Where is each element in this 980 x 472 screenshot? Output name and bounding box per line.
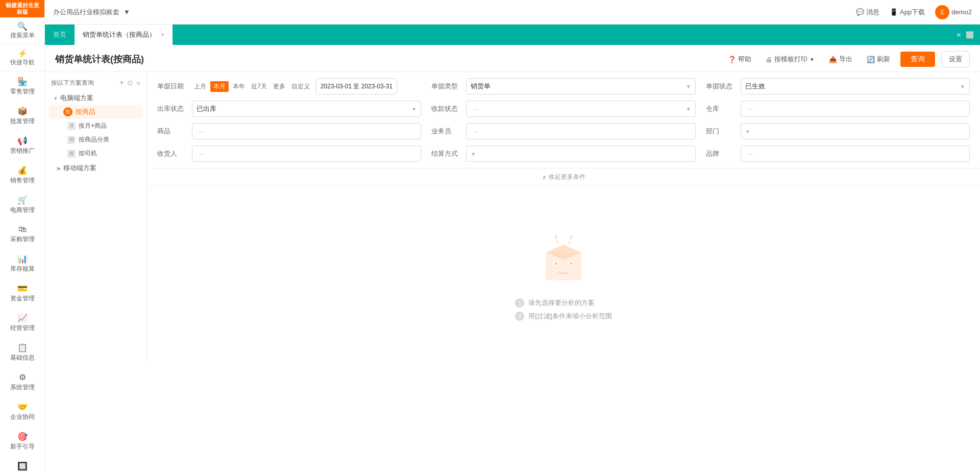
sidebar-item-企业协同[interactable]: 🤝企业协同 bbox=[0, 397, 44, 427]
date-range-input[interactable]: 2023-03-01 至 2023-03-31 bbox=[316, 78, 397, 95]
payment-status-dots[interactable]: ··· bbox=[471, 105, 481, 113]
warehouse-label: 仓库 bbox=[706, 104, 737, 113]
workspace-selector[interactable]: 办公用品行业模拟账套 ▼ bbox=[53, 8, 130, 17]
salesman-label: 业务员 bbox=[431, 127, 462, 136]
sidebar-item-quick-nav[interactable]: ⚡ 快捷导航 bbox=[0, 44, 44, 72]
payment-status-input[interactable]: ··· ▼ bbox=[466, 101, 695, 117]
help-btn[interactable]: ❓ 帮助 bbox=[724, 53, 755, 66]
sidebar-item-营销推广[interactable]: 📢营销推广 bbox=[0, 131, 44, 160]
tab-sales-stats[interactable]: 销货单统计表（按商品） × bbox=[75, 25, 173, 45]
print-label: 按模板打印 bbox=[774, 55, 807, 64]
sidebar-item-经营管理[interactable]: 📈经营管理 bbox=[0, 308, 44, 338]
empty-tip-1: 1 请先选择要分析的方案 bbox=[515, 298, 611, 308]
scheme-by-product[interactable]: 按 按商品 bbox=[49, 105, 142, 119]
print-btn[interactable]: 🖨 按模板打印 ▼ bbox=[762, 53, 819, 66]
user-profile[interactable]: E demo2 bbox=[935, 5, 972, 19]
settings-scheme-btn[interactable]: ⊙ bbox=[127, 79, 133, 87]
filter-section-main: 单据日期 上月 本月 本年 近7天 更多 自定义 2023-03-01 至 20… bbox=[147, 72, 980, 169]
sidebar-item-批发管理[interactable]: 📦批发管理 bbox=[0, 101, 44, 131]
empty-tips: 1 请先选择要分析的方案 2 用[过滤]条件来缩小分析范围 bbox=[515, 298, 611, 321]
brand-input[interactable]: ··· bbox=[741, 146, 970, 162]
refresh-btn[interactable]: 🔄 刷新 bbox=[863, 53, 894, 66]
date-btn-custom[interactable]: 自定义 bbox=[289, 81, 312, 92]
sidebar-icon: 💳 bbox=[17, 284, 28, 293]
scheme-by-driver[interactable]: 按 按司机 bbox=[49, 147, 142, 160]
salesman-dots[interactable]: ··· bbox=[471, 127, 481, 135]
filter-cell-payment-status: 收款状态 ··· ▼ bbox=[431, 101, 695, 117]
sidebar-item-销售管理[interactable]: 💰销售管理 bbox=[0, 160, 44, 190]
sidebar-icon: 🎯 bbox=[17, 432, 28, 441]
export-icon: 📤 bbox=[829, 56, 837, 63]
sidebar-item-零售管理[interactable]: 🏪零售管理 bbox=[0, 72, 44, 101]
product-label: 商品 bbox=[157, 127, 188, 136]
filter-row-3: 商品 ··· 业务员 ··· bbox=[157, 123, 970, 139]
sidebar-item-基础信息[interactable]: 📋基础信息 bbox=[0, 338, 44, 367]
app-download-btn[interactable]: 📱 App下载 bbox=[890, 8, 925, 17]
sidebar-item-应用中心[interactable]: 🔲应用中心 bbox=[0, 456, 44, 472]
svg-point-5 bbox=[570, 263, 573, 265]
sidebar-item-采购管理[interactable]: 🛍采购管理 bbox=[0, 220, 44, 249]
bill-type-value: 销货单 bbox=[471, 82, 491, 91]
department-input[interactable]: ▼ bbox=[741, 123, 970, 139]
refresh-label: 刷新 bbox=[877, 55, 890, 64]
tab-home[interactable]: 首页 bbox=[45, 25, 75, 45]
sidebar-icon: 📊 bbox=[17, 254, 28, 264]
sidebar-item-电商管理[interactable]: 🛒电商管理 bbox=[0, 190, 44, 220]
product-dots[interactable]: ··· bbox=[197, 127, 207, 135]
bill-status-dropdown-icon: ▼ bbox=[960, 84, 965, 89]
payment-method-input[interactable]: ▼ bbox=[466, 146, 695, 162]
left-panel-title: 按以下方案查询 bbox=[51, 79, 94, 87]
filter-cell-salesman: 业务员 ··· bbox=[431, 123, 695, 139]
tree-parent-pc[interactable]: ▼ 电脑端方案 bbox=[49, 91, 142, 105]
collapse-panel-btn[interactable]: « bbox=[136, 79, 140, 87]
sidebar-item-新手引导[interactable]: 🎯新手引导 bbox=[0, 427, 44, 456]
date-btn-this-year[interactable]: 本年 bbox=[231, 81, 247, 92]
window-maximize-icon[interactable]: ⬜ bbox=[966, 31, 974, 39]
scheme-icon-by-product: 按 bbox=[63, 107, 72, 116]
scheme-tree: ▼ 电脑端方案 按 按商品 月 按月+商品 回 按商品分类 bbox=[45, 91, 146, 175]
user-avatar: E bbox=[935, 5, 949, 19]
warehouse-input[interactable]: ··· bbox=[741, 101, 970, 117]
collapse-bar[interactable]: ∧ 收起更多条件 bbox=[147, 169, 980, 186]
scheme-by-month-product[interactable]: 月 按月+商品 bbox=[49, 119, 142, 133]
tree-expand-mobile-icon: ▶ bbox=[57, 166, 61, 171]
page-title: 销货单统计表(按商品) bbox=[55, 53, 144, 65]
sidebar-item-库存核算[interactable]: 📊库存核算 bbox=[0, 249, 44, 278]
salesman-input[interactable]: ··· bbox=[466, 123, 695, 139]
sidebar-icon: 🤝 bbox=[17, 402, 28, 412]
product-input[interactable]: ··· bbox=[192, 123, 421, 139]
payment-method-dropdown-icon: ▼ bbox=[471, 151, 476, 157]
brand-label: 品牌 bbox=[706, 149, 737, 158]
print-icon: 🖨 bbox=[766, 56, 772, 63]
date-btn-this-month[interactable]: 本月 bbox=[210, 81, 229, 92]
message-label: 消息 bbox=[866, 8, 879, 17]
date-btn-more[interactable]: 更多 bbox=[271, 81, 287, 92]
message-icon: 💬 bbox=[856, 8, 864, 16]
tree-parent-mobile[interactable]: ▶ 移动端方案 bbox=[49, 160, 142, 175]
filter-row-1: 单据日期 上月 本月 本年 近7天 更多 自定义 2023-03-01 至 20… bbox=[157, 78, 970, 95]
bill-type-input[interactable]: 销货单 ▼ bbox=[466, 78, 695, 95]
sidebar-item-资金管理[interactable]: 💳资金管理 bbox=[0, 278, 44, 308]
warehouse-dots[interactable]: ··· bbox=[745, 105, 755, 113]
window-close-icon[interactable]: ✕ bbox=[956, 31, 962, 39]
query-btn[interactable]: 查询 bbox=[900, 52, 935, 67]
scheme-by-category[interactable]: 回 按商品分类 bbox=[49, 133, 142, 147]
date-btn-last-month[interactable]: 上月 bbox=[192, 81, 208, 92]
logo-text: 畅捷通好生意 bbox=[6, 2, 39, 9]
brand-dots[interactable]: ··· bbox=[745, 150, 755, 158]
sidebar-label: 采购管理 bbox=[10, 235, 35, 244]
bill-status-input[interactable]: 已生效 ▼ bbox=[741, 78, 970, 95]
receiver-dots[interactable]: ··· bbox=[197, 150, 207, 158]
add-scheme-btn[interactable]: + bbox=[119, 78, 124, 87]
tab-close-btn[interactable]: × bbox=[161, 31, 164, 38]
main-area: 办公用品行业模拟账套 ▼ 💬 消息 📱 App下载 E demo2 首页 bbox=[45, 0, 980, 472]
message-btn[interactable]: 💬 消息 bbox=[856, 8, 879, 17]
out-status-input[interactable]: 已出库 ▼ bbox=[192, 101, 421, 117]
sidebar-item-search[interactable]: 🔍 搜索菜单 bbox=[0, 17, 44, 44]
receiver-input[interactable]: ··· bbox=[192, 146, 421, 162]
date-btn-7days[interactable]: 近7天 bbox=[249, 81, 269, 92]
settings-btn[interactable]: 设置 bbox=[941, 51, 970, 67]
sidebar-item-系统管理[interactable]: ⚙系统管理 bbox=[0, 367, 44, 397]
sidebar-label: 经营管理 bbox=[10, 324, 35, 333]
export-btn[interactable]: 📤 导出 bbox=[825, 53, 856, 66]
